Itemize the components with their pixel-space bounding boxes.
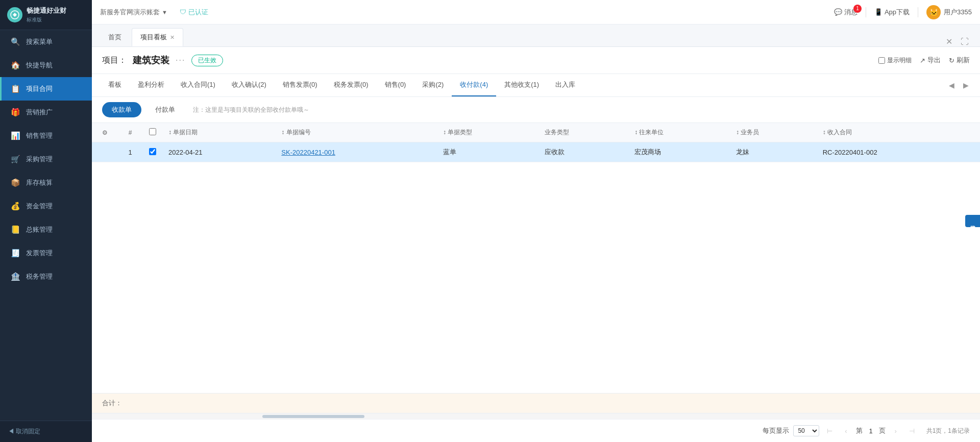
sidebar-item-shortcut[interactable]: 🏠快捷导航 bbox=[0, 54, 92, 77]
tab-project-board-close[interactable]: ✕ bbox=[170, 34, 175, 41]
search-icon: 🔍 bbox=[10, 36, 21, 47]
project-more-btn[interactable]: ··· bbox=[176, 56, 185, 65]
subtab-income-confirm[interactable]: 收入确认(2) bbox=[224, 74, 275, 96]
th-biz-type: 业务类型 bbox=[538, 123, 628, 142]
row-num-0: 1 bbox=[117, 142, 143, 162]
subtab-prev-btn[interactable]: ◀ bbox=[945, 79, 958, 91]
user-label: 用户3355 bbox=[944, 8, 972, 17]
sidebar-item-invoice[interactable]: 🧾发票管理 bbox=[0, 241, 92, 265]
app-download-button[interactable]: 📱 App下载 bbox=[874, 8, 910, 17]
sidebar-item-project[interactable]: 📋项目合同 bbox=[0, 77, 92, 101]
tab-project-board-label: 项目看板 bbox=[140, 33, 167, 42]
account-selector[interactable]: 新服务官网演示账套 ▼ bbox=[100, 8, 167, 17]
show-detail-checkbox[interactable]: 显示明细 bbox=[878, 56, 912, 65]
th-partner[interactable]: ↕ 往来单位 bbox=[628, 123, 730, 142]
message-button[interactable]: 💬 消息 1 bbox=[834, 8, 857, 17]
export-btn[interactable]: ↗ 导出 bbox=[920, 56, 941, 65]
tab-home[interactable]: 首页 bbox=[100, 28, 130, 46]
th-bill-type-label: ↕ 单据类型 bbox=[443, 129, 472, 136]
project-icon: 📋 bbox=[10, 83, 21, 94]
refresh-btn[interactable]: ↻ 刷新 bbox=[949, 56, 970, 65]
subtab-inout[interactable]: 出入库 bbox=[547, 74, 583, 96]
purchase-icon: 🛒 bbox=[10, 154, 21, 165]
sidebar-item-label-search: 搜索菜单 bbox=[26, 37, 53, 46]
shortcut-icon: 🏠 bbox=[10, 60, 21, 71]
table-row[interactable]: 1 2022-04-21 SK-20220421-001 蓝单 应收款 宏茂商场… bbox=[92, 142, 980, 162]
invoice-icon: 🧾 bbox=[10, 248, 21, 259]
subtab-nav: ◀ ▶ bbox=[945, 79, 972, 91]
subtab-sales[interactable]: 销售(0) bbox=[377, 74, 414, 96]
table-body: 1 2022-04-21 SK-20220421-001 蓝单 应收款 宏茂商场… bbox=[92, 142, 980, 162]
window-close-btn[interactable]: ✕ bbox=[943, 37, 955, 46]
scroll-thumb[interactable] bbox=[262, 415, 364, 418]
subtab-board[interactable]: 看板 bbox=[100, 74, 130, 96]
subtab-tax-invoice[interactable]: 税务发票(0) bbox=[326, 74, 377, 96]
subtab-purchase[interactable]: 采购(2) bbox=[414, 74, 452, 96]
user-menu[interactable]: 🐱 用户3355 bbox=[926, 5, 972, 19]
page-prev-btn[interactable]: ‹ bbox=[840, 425, 852, 437]
inner-tab-receipt[interactable]: 收款单 bbox=[102, 102, 141, 117]
sidebar-item-purchase[interactable]: 🛒采购管理 bbox=[0, 148, 92, 171]
subtab-next-btn[interactable]: ▶ bbox=[960, 79, 972, 91]
export-icon: ↗ bbox=[920, 57, 925, 64]
th-bill-type[interactable]: ↕ 单据类型 bbox=[437, 123, 538, 142]
sidebar-item-sales[interactable]: 📊销售管理 bbox=[0, 124, 92, 148]
sidebar-item-label-shortcut: 快捷导航 bbox=[26, 61, 53, 70]
show-detail-input[interactable] bbox=[878, 57, 885, 64]
select-all-checkbox[interactable] bbox=[149, 128, 156, 135]
th-bill-no[interactable]: ↕ 单据编号 bbox=[275, 123, 437, 142]
row-income-contract-0: RC-20220401-002 bbox=[817, 142, 980, 162]
th-date[interactable]: ↕ 单据日期 bbox=[162, 123, 275, 142]
scroll-track[interactable] bbox=[92, 413, 980, 419]
row-checkbox-0[interactable] bbox=[149, 148, 156, 155]
page-next-btn[interactable]: › bbox=[890, 425, 902, 437]
sidebar: 畅捷通好业财 标准版 🔍搜索菜单🏠快捷导航📋项目合同🎁营销推广📊销售管理🛒采购管… bbox=[0, 0, 92, 442]
project-header: 项目： 建筑安装 ··· 已生效 显示明细 ↗ 导出 ↻ 刷新 bbox=[92, 47, 980, 74]
project-label-prefix: 项目： bbox=[102, 55, 127, 66]
th-bill-no-label: ↕ 单据编号 bbox=[281, 129, 310, 136]
th-income-contract-label: ↕ 收入合同 bbox=[823, 129, 852, 136]
app-download-label: App下载 bbox=[885, 8, 910, 17]
sidebar-item-search[interactable]: 🔍搜索菜单 bbox=[0, 30, 92, 54]
inner-tab-payment[interactable]: 付款单 bbox=[145, 102, 185, 117]
page-first-btn[interactable]: ⊢ bbox=[823, 425, 836, 437]
page-size-prefix: 每页显示 bbox=[763, 426, 789, 435]
message-icon: 💬 bbox=[834, 8, 842, 16]
window-maximize-btn[interactable]: ⛶ bbox=[958, 37, 972, 46]
page-last-btn[interactable]: ⊣ bbox=[906, 425, 918, 437]
sidebar-item-inventory[interactable]: 📦库存核算 bbox=[0, 171, 92, 194]
th-income-contract[interactable]: ↕ 收入合同 bbox=[817, 123, 980, 142]
subtab-other-expense[interactable]: 其他收支(1) bbox=[496, 74, 547, 96]
settings-icon[interactable]: ⚙ bbox=[102, 129, 108, 136]
th-partner-label: ↕ 往来单位 bbox=[634, 129, 664, 136]
sidebar-logo: 畅捷通好业财 标准版 bbox=[0, 0, 92, 30]
subtab-sales-invoice[interactable]: 销售发票(0) bbox=[275, 74, 326, 96]
sidebar-item-tax[interactable]: 🏦税务管理 bbox=[0, 265, 92, 288]
project-title: 建筑安装 bbox=[133, 54, 169, 66]
sidebar-item-label-sales: 销售管理 bbox=[26, 131, 53, 140]
refresh-label: 刷新 bbox=[957, 56, 970, 65]
feedback-button[interactable]: 意见反馈 bbox=[965, 215, 980, 227]
sidebar-item-capital[interactable]: 💰资金管理 bbox=[0, 194, 92, 218]
row-bill-no-0[interactable]: SK-20220421-001 bbox=[275, 142, 437, 162]
project-status-badge: 已生效 bbox=[191, 55, 223, 66]
topbar: 新服务官网演示账套 ▼ 🛡 已认证 💬 消息 1 📱 App下载 🐱 用 bbox=[92, 0, 980, 24]
sidebar-item-ledger[interactable]: 📒总账管理 bbox=[0, 218, 92, 241]
sidebar-cancel-fixed[interactable]: ◀ 取消固定 bbox=[0, 421, 92, 442]
app-edition: 标准版 bbox=[27, 16, 66, 23]
subtab-income-contract[interactable]: 收入合同(1) bbox=[173, 74, 224, 96]
user-avatar: 🐱 bbox=[926, 5, 941, 19]
subtab-profit[interactable]: 盈利分析 bbox=[130, 74, 173, 96]
th-salesman[interactable]: ↕ 业务员 bbox=[730, 123, 817, 142]
tab-project-board[interactable]: 项目看板 ✕ bbox=[132, 28, 183, 46]
subtab-receipt[interactable]: 收付款(4) bbox=[452, 74, 496, 96]
sidebar-item-marketing[interactable]: 🎁营销推广 bbox=[0, 101, 92, 124]
row-check-0[interactable] bbox=[143, 142, 162, 162]
tabbar: 首页 项目看板 ✕ ✕ ⛶ bbox=[92, 24, 980, 47]
th-settings[interactable]: ⚙ bbox=[92, 123, 117, 142]
sidebar-item-label-invoice: 发票管理 bbox=[26, 249, 53, 258]
row-biz-type-0: 应收款 bbox=[538, 142, 628, 162]
row-bill-no-link-0[interactable]: SK-20220421-001 bbox=[281, 149, 335, 156]
page-size-select[interactable]: 50 20 100 bbox=[793, 425, 819, 436]
tax-icon: 🏦 bbox=[10, 271, 21, 282]
